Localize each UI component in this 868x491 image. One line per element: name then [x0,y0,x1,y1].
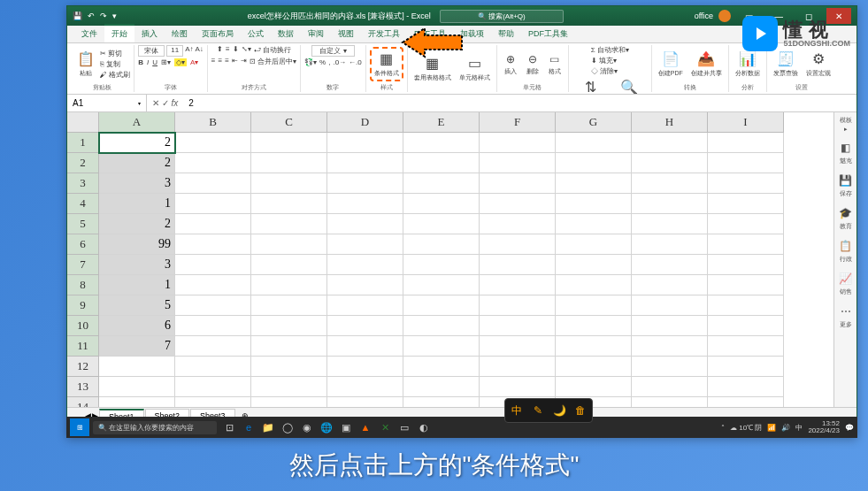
cell[interactable] [480,133,556,153]
number-format-select[interactable]: 自定义 ▾ [311,45,354,57]
cell[interactable]: 3 [99,173,175,194]
cell[interactable] [251,133,327,153]
indent-increase-icon[interactable]: ⇥ [241,57,247,66]
cell[interactable] [556,295,632,316]
cell[interactable] [251,194,327,214]
align-middle-icon[interactable]: ≡ [226,45,230,55]
weather-widget[interactable]: ☁ 10℃ 阴 [730,423,762,433]
notifications-icon[interactable]: 💬 [845,424,854,432]
cell[interactable] [480,173,556,194]
cell[interactable] [708,377,784,397]
cell[interactable] [632,275,708,295]
tray-ime-icon[interactable]: 中 [795,423,803,433]
cell[interactable] [556,255,632,275]
cell[interactable] [556,357,632,377]
cell[interactable] [327,357,403,377]
tab-help[interactable]: 帮助 [491,26,521,42]
cell[interactable] [327,336,403,357]
sort-filter-button[interactable]: ⇅排序和筛选 [572,76,609,95]
create-share-button[interactable]: 📤创建并共享 [688,49,725,80]
cell[interactable] [251,234,327,255]
app-icon[interactable]: ◐ [415,418,433,436]
column-header[interactable]: D [327,112,403,133]
cell[interactable] [251,275,327,295]
tab-home[interactable]: 开始 [104,24,134,42]
row-header[interactable]: 5 [67,214,99,234]
undo-icon[interactable]: ↶ [88,12,95,20]
cell[interactable] [480,234,556,255]
tab-formulas[interactable]: 公式 [241,26,271,42]
align-left-icon[interactable]: ≡ [211,57,216,66]
merge-center-button[interactable]: ⊡ 合并后居中▾ [250,57,296,66]
format-painter-button[interactable]: 🖌 格式刷 [100,70,130,80]
cell[interactable] [556,133,632,153]
right-pane-templates[interactable]: 模板▸ [840,116,852,133]
cell[interactable] [632,336,708,357]
tab-view[interactable]: 视图 [331,26,361,42]
cell[interactable]: 5 [99,295,175,316]
row-header[interactable]: 11 [67,336,99,357]
align-bottom-icon[interactable]: ⬇ [233,45,239,55]
tab-file[interactable]: 文件 [74,26,104,42]
edge-icon[interactable]: e [240,418,257,436]
cell[interactable] [327,173,403,194]
cell[interactable] [632,397,708,407]
column-header[interactable]: C [251,112,327,133]
minimize-icon[interactable]: — [766,8,791,24]
cell[interactable] [708,194,784,214]
cell[interactable] [175,357,251,377]
start-button[interactable]: ⊞ [70,418,89,436]
column-header[interactable]: A [99,112,175,133]
cell[interactable] [480,275,556,295]
cell[interactable] [251,377,327,397]
cell[interactable] [327,153,403,173]
delete-cells-button[interactable]: ⊖删除 [523,50,542,78]
align-top-icon[interactable]: ⬆ [217,45,223,55]
cell[interactable] [403,336,480,357]
cell[interactable]: 6 [99,316,175,336]
row-header[interactable]: 3 [67,173,99,194]
tab-review[interactable]: 审阅 [301,26,331,42]
right-pane-item[interactable]: 📈销售 [838,271,854,296]
cell[interactable] [556,234,632,255]
cell[interactable]: 2 [99,153,175,173]
indent-decrease-icon[interactable]: ⇤ [232,57,238,66]
row-header[interactable]: 6 [67,234,99,255]
cell[interactable] [251,316,327,336]
row-header[interactable]: 7 [67,255,99,275]
cell[interactable] [403,357,480,377]
font-family-select[interactable]: 宋体 [138,45,165,57]
cell[interactable] [480,316,556,336]
cell[interactable] [327,275,403,295]
cell[interactable] [175,377,251,397]
comma-icon[interactable]: , [328,58,330,66]
cell[interactable] [480,336,556,357]
cell[interactable] [175,234,251,255]
save-icon[interactable]: 💾 [73,12,82,20]
select-all-corner[interactable] [67,112,99,133]
create-pdf-button[interactable]: 📄创建PDF [656,49,686,80]
taskview-icon[interactable]: ⊡ [220,418,238,436]
cell[interactable] [403,295,480,316]
cell[interactable] [251,153,327,173]
tab-draw[interactable]: 绘图 [165,26,195,42]
macro-settings-button[interactable]: ⚙设置宏观 [803,49,833,80]
cell[interactable] [327,133,403,153]
cell[interactable] [708,275,784,295]
cell[interactable] [632,377,708,397]
increase-font-icon[interactable]: A↑ [185,45,193,57]
decrease-decimal-icon[interactable]: ←.0 [349,58,362,66]
cell[interactable]: 2 [99,214,175,234]
cell[interactable] [251,336,327,357]
cell[interactable] [708,234,784,255]
cell[interactable] [327,316,403,336]
cell[interactable]: 1 [99,194,175,214]
cell[interactable] [632,357,708,377]
row-header[interactable]: 4 [67,194,99,214]
cell[interactable] [251,173,327,194]
tab-layout[interactable]: 页面布局 [195,26,241,42]
cell[interactable] [632,194,708,214]
cell[interactable] [480,255,556,275]
row-header[interactable]: 9 [67,295,99,316]
row-header[interactable]: 12 [67,357,99,377]
